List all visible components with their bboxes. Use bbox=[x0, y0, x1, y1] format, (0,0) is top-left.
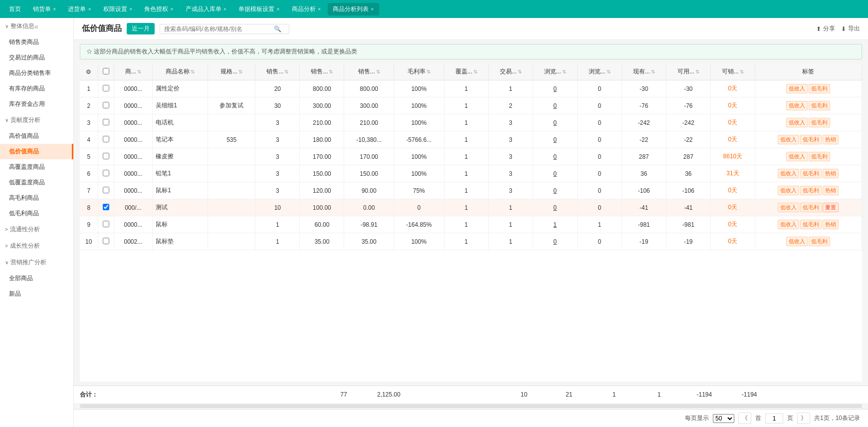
cell-checkbox[interactable] bbox=[98, 165, 114, 182]
col-current-stock[interactable]: 现有...⇅ bbox=[622, 63, 666, 80]
cell-browse1[interactable]: 0 bbox=[533, 131, 577, 148]
col-transaction[interactable]: 交易...⇅ bbox=[488, 63, 533, 80]
close-icon[interactable]: × bbox=[276, 6, 279, 12]
next-page-button[interactable]: 》 bbox=[797, 413, 810, 424]
horizontal-scrollbar[interactable] bbox=[80, 404, 862, 408]
sidebar-item-low-margin[interactable]: 低毛利商品 bbox=[0, 206, 73, 221]
cell-checkbox[interactable] bbox=[98, 97, 114, 114]
col-sales-amount[interactable]: 销售...⇅ bbox=[300, 63, 344, 80]
row-checkbox[interactable] bbox=[103, 221, 109, 227]
col-browse2[interactable]: 浏览...⇅ bbox=[577, 63, 622, 80]
nav-role-auth[interactable]: 角色授权 × bbox=[139, 3, 178, 15]
nav-product-analysis-list[interactable]: 商品分析列表 × bbox=[328, 3, 379, 15]
sidebar-item-new-goods[interactable]: 新品 bbox=[0, 286, 73, 302]
col-tags[interactable]: 标签 bbox=[755, 63, 862, 80]
cell-browse1[interactable]: 0 bbox=[533, 199, 577, 216]
cell-checkbox[interactable] bbox=[98, 182, 114, 199]
close-icon[interactable]: × bbox=[53, 6, 56, 12]
col-coverage[interactable]: 覆盖...⇅ bbox=[444, 63, 488, 80]
col-name[interactable]: 商品名称⇅ bbox=[153, 63, 208, 80]
cell-browse1[interactable]: 0 bbox=[533, 80, 577, 97]
cell-checkbox[interactable] bbox=[98, 114, 114, 131]
sidebar-item-category-sales-rate[interactable]: 商品分类销售率 bbox=[0, 65, 73, 81]
cell-current-stock: -106 bbox=[622, 182, 666, 199]
per-page-select[interactable]: 50 100 200 bbox=[713, 414, 734, 423]
cell-num: 1 bbox=[80, 80, 98, 97]
footer-cells: 77 2,125.00 10 21 1 1 -1194 -1194 bbox=[108, 390, 862, 399]
col-checkbox-all[interactable] bbox=[98, 63, 114, 80]
select-all-checkbox[interactable] bbox=[103, 68, 109, 74]
sidebar-item-high-margin[interactable]: 高毛利商品 bbox=[0, 190, 73, 206]
col-gear[interactable]: ⚙ bbox=[80, 63, 98, 80]
cell-browse1[interactable]: 0 bbox=[533, 165, 577, 182]
cell-checkbox[interactable] bbox=[98, 199, 114, 216]
col-spec[interactable]: 规格...⇅ bbox=[208, 63, 255, 80]
col-available[interactable]: 可用...⇅ bbox=[666, 63, 710, 80]
sidebar-item-all-goods[interactable]: 全部商品 bbox=[0, 271, 73, 286]
sidebar-item-low-coverage[interactable]: 低覆盖度商品 bbox=[0, 175, 73, 190]
nav-home[interactable]: 首页 bbox=[4, 3, 26, 15]
cell-browse1[interactable]: 1 bbox=[533, 216, 577, 233]
sidebar-item-stock-funds[interactable]: 库存资金占用 bbox=[0, 96, 73, 112]
col-sales-price[interactable]: 销售...⇅ bbox=[344, 63, 394, 80]
sidebar-collapse-button[interactable]: « bbox=[34, 22, 38, 30]
sidebar-item-sales-goods[interactable]: 销售类商品 bbox=[0, 34, 73, 50]
col-browse1[interactable]: 浏览...⇅ bbox=[533, 63, 577, 80]
col-sales-qty[interactable]: 销售...⇅ bbox=[255, 63, 300, 80]
nav-sales-order[interactable]: 销货单 × bbox=[28, 3, 61, 15]
close-icon[interactable]: × bbox=[371, 6, 374, 12]
cell-browse1[interactable]: 0 bbox=[533, 97, 577, 114]
close-icon[interactable]: × bbox=[88, 6, 91, 12]
cell-checkbox[interactable] bbox=[98, 131, 114, 148]
share-button[interactable]: ⬆ 分享 bbox=[816, 24, 835, 33]
row-checkbox[interactable] bbox=[103, 153, 109, 159]
period-button[interactable]: 近一月 bbox=[127, 23, 155, 34]
sidebar-item-high-coverage[interactable]: 高覆盖度商品 bbox=[0, 159, 73, 175]
cell-browse1[interactable]: 0 bbox=[533, 182, 577, 199]
row-checkbox[interactable] bbox=[103, 136, 109, 142]
close-icon[interactable]: × bbox=[170, 6, 173, 12]
cell-gross-margin: 100% bbox=[394, 80, 444, 97]
row-checkbox[interactable] bbox=[103, 85, 109, 91]
first-page-button[interactable]: 《 bbox=[738, 413, 751, 424]
close-icon[interactable]: × bbox=[223, 6, 226, 12]
cell-browse1[interactable]: 0 bbox=[533, 114, 577, 131]
nav-permissions[interactable]: 权限设置 × bbox=[98, 3, 137, 15]
cell-checkbox[interactable] bbox=[98, 148, 114, 165]
cell-checkbox[interactable] bbox=[98, 233, 114, 250]
sidebar-section-liquidity[interactable]: > 流通性分析 bbox=[0, 221, 73, 238]
row-checkbox[interactable] bbox=[103, 119, 109, 125]
sidebar-item-high-value[interactable]: 高价值商品 bbox=[0, 128, 73, 144]
sidebar-section-contribution[interactable]: ∨ 贡献度分析 bbox=[0, 112, 73, 128]
nav-product-analysis[interactable]: 商品分析 × bbox=[287, 3, 326, 15]
col-code[interactable]: 商...⇅ bbox=[114, 63, 153, 80]
table-container[interactable]: ⚙ 商...⇅ 商品名称⇅ 规格...⇅ 销售...⇅ 销售...⇅ 销售...… bbox=[80, 63, 862, 382]
col-gross-margin[interactable]: 毛利率⇅ bbox=[394, 63, 444, 80]
cell-checkbox[interactable] bbox=[98, 216, 114, 233]
close-icon[interactable]: × bbox=[129, 6, 132, 12]
page-input[interactable] bbox=[765, 414, 783, 424]
sidebar-section-growth[interactable]: > 成长性分析 bbox=[0, 238, 73, 254]
sidebar-section-general[interactable]: ∨ 整体信息 « bbox=[0, 18, 73, 34]
row-checkbox[interactable] bbox=[103, 170, 109, 176]
nav-purchase-order[interactable]: 进货单 × bbox=[63, 3, 96, 15]
cell-browse1[interactable]: 0 bbox=[533, 148, 577, 165]
cell-browse1[interactable]: 0 bbox=[533, 233, 577, 250]
export-button[interactable]: ⬇ 导出 bbox=[841, 24, 860, 33]
row-checkbox[interactable] bbox=[103, 238, 109, 244]
sidebar-item-traded-goods[interactable]: 交易过的商品 bbox=[0, 50, 73, 65]
sidebar-section-marketing[interactable]: ∨ 营销推广分析 bbox=[0, 254, 73, 271]
row-checkbox[interactable] bbox=[103, 204, 109, 210]
row-checkbox[interactable] bbox=[103, 187, 109, 193]
cell-checkbox[interactable] bbox=[98, 80, 114, 97]
search-icon[interactable]: 🔍 bbox=[274, 25, 281, 32]
sidebar-item-low-value[interactable]: 低价值商品 bbox=[0, 144, 73, 159]
gear-icon[interactable]: ⚙ bbox=[86, 68, 91, 75]
search-input[interactable] bbox=[164, 25, 274, 32]
close-icon[interactable]: × bbox=[318, 6, 321, 12]
sidebar-item-stocked-goods[interactable]: 有库存的商品 bbox=[0, 81, 73, 96]
col-saleable[interactable]: 可销...⇅ bbox=[710, 63, 755, 80]
nav-template-settings[interactable]: 单据模板设置 × bbox=[233, 3, 284, 15]
row-checkbox[interactable] bbox=[103, 102, 109, 108]
nav-product-storage[interactable]: 产成品入库单 × bbox=[181, 3, 231, 15]
